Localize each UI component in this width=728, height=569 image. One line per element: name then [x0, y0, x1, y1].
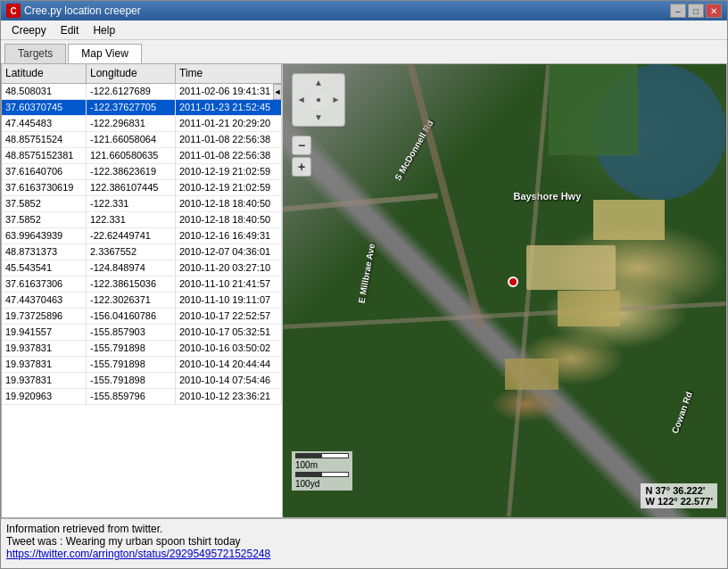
table-row[interactable]: 19.920963 -155.859796 2010-10-12 23:36:2…	[2, 389, 282, 405]
table-row[interactable]: 48.8731373 2.3367552 2010-12-07 04:36:01	[2, 244, 282, 260]
cell-lon: -155.791898	[87, 341, 176, 356]
menu-bar: Creepy Edit Help	[1, 21, 727, 40]
cell-lat: 19.937831	[2, 373, 87, 388]
cell-time: 2010-10-14 20:44:44	[176, 357, 282, 372]
table-scroll[interactable]: 48.508031 -122.6127689 2011-02-06 19:41:…	[2, 84, 282, 517]
map-nav-control: ▲ ◄ ● ► ▼	[292, 73, 345, 127]
scale-bar-yd-half2	[322, 473, 348, 476]
cell-time: 2010-12-16 16:49:31	[176, 228, 282, 243]
table-row[interactable]: 19.937831 -155.791898 2010-10-16 03:50:0…	[2, 341, 282, 357]
table-panel: Latitude Longitude Time ◄ 48.508031 -122…	[2, 64, 283, 517]
nav-right-button[interactable]: ►	[327, 91, 344, 108]
status-link[interactable]: https://twitter.com/arrington/status/292…	[6, 548, 270, 560]
cell-lon: -155.791898	[87, 357, 176, 372]
main-content: Latitude Longitude Time ◄ 48.508031 -122…	[1, 63, 727, 518]
scale-bar-half2	[322, 454, 348, 458]
status-bar: Information retrieved from twitter. Twee…	[1, 518, 727, 568]
col-longitude: Longitude	[87, 64, 176, 83]
minimize-button[interactable]: –	[670, 4, 686, 18]
cell-lat: 37.6163730619	[2, 180, 87, 195]
cell-lat: 19.937831	[2, 357, 87, 372]
cell-lon: -122.38623619	[87, 164, 176, 179]
cell-time: 2010-12-18 18:40:50	[176, 212, 282, 227]
cell-lon: -156.04160786	[87, 309, 176, 324]
cell-lon: -122.37627705	[87, 100, 176, 115]
building-3	[593, 200, 665, 240]
table-row[interactable]: 37.5852 122.331 2010-12-18 18:40:50	[2, 212, 282, 228]
cell-time: 2010-11-20 03:27:10	[176, 260, 282, 276]
cell-time: 2010-10-12 23:36:21	[176, 389, 282, 404]
table-row[interactable]: 47.44370463 -122.3026371 2010-11-10 19:1…	[2, 293, 282, 309]
table-row[interactable]: 48.85751524 -121.66058064 2011-01-08 22:…	[2, 132, 282, 148]
table-row[interactable]: 45.543541 -124.848974 2010-11-20 03:27:1…	[2, 260, 282, 276]
nav-down-button[interactable]: ▼	[310, 109, 327, 126]
map-satellite-view: S McDonnell Rd E Millbrae Ave Bayshore H…	[283, 64, 726, 517]
status-line1: Information retrieved from twitter.	[6, 523, 722, 535]
cell-lat: 37.61637306	[2, 276, 87, 292]
zoom-in-button[interactable]: +	[292, 157, 311, 177]
tab-targets[interactable]: Targets	[4, 44, 66, 63]
maximize-button[interactable]: □	[688, 4, 704, 18]
map-scale: 100m 100yd	[292, 451, 352, 491]
cell-time: 2010-12-18 18:40:50	[176, 196, 282, 211]
menu-creepy[interactable]: Creepy	[4, 22, 54, 38]
road-label-cowan: Cowan Rd	[670, 391, 694, 435]
cell-lon: -155.791898	[87, 373, 176, 388]
table-row[interactable]: 19.941557 -155.857903 2010-10-17 05:32:5…	[2, 325, 282, 341]
tab-map-view[interactable]: Map View	[68, 44, 141, 63]
cell-lat: 47.44370463	[2, 293, 87, 308]
table-row[interactable]: 37.60370745 -122.37627705 2011-01-23 21:…	[2, 100, 282, 116]
cell-lat: 19.920963	[2, 389, 87, 404]
cell-time: 2011-01-23 21:52:45	[176, 100, 282, 115]
nav-up-button[interactable]: ▲	[310, 74, 327, 91]
menu-edit[interactable]: Edit	[54, 22, 87, 38]
cell-time: 2010-10-16 03:50:02	[176, 341, 282, 356]
window-controls: – □ ✕	[670, 4, 722, 18]
table-row[interactable]: 19.937831 -155.791898 2010-10-14 07:54:4…	[2, 373, 282, 389]
cell-time: 2010-10-17 22:52:57	[176, 309, 282, 324]
cell-lat: 48.8575152381	[2, 148, 87, 163]
cell-time: 2011-01-08 22:56:38	[176, 132, 282, 147]
cell-time: 2011-02-06 19:41:31	[176, 84, 282, 99]
cell-lon: -122.331	[87, 196, 176, 211]
road-label-bayshore: Bayshore Hwy	[513, 191, 581, 202]
road-h1	[283, 194, 438, 212]
location-pin	[508, 276, 518, 287]
cell-lon: -122.6127689	[87, 84, 176, 99]
nav-left-button[interactable]: ◄	[293, 91, 310, 108]
table-row[interactable]: 47.445483 -122.296831 2011-01-21 20:29:2…	[2, 116, 282, 132]
table-row[interactable]: 48.508031 -122.6127689 2011-02-06 19:41:…	[2, 84, 282, 100]
scale-bar-half1	[296, 454, 322, 458]
cell-lon: -122.296831	[87, 116, 176, 131]
cell-time: 2010-12-19 21:02:59	[176, 164, 282, 179]
cell-lat: 37.5852	[2, 196, 87, 211]
table-row[interactable]: 37.61637306 -122.38615036 2010-11-10 21:…	[2, 276, 282, 293]
table-row[interactable]: 37.5852 -122.331 2010-12-18 18:40:50	[2, 196, 282, 212]
table-row[interactable]: 63.99643939 -22.62449741 2010-12-16 16:4…	[2, 228, 282, 244]
cell-lat: 45.543541	[2, 260, 87, 276]
cell-lat: 19.73725896	[2, 309, 87, 324]
map-zoom-control: − +	[292, 136, 311, 177]
map-panel: S McDonnell Rd E Millbrae Ave Bayshore H…	[283, 64, 726, 517]
tab-bar: Targets Map View	[1, 40, 727, 63]
nav-center-button[interactable]: ●	[310, 91, 327, 108]
col-latitude: Latitude	[2, 64, 87, 83]
cell-lon: -121.66058064	[87, 132, 176, 147]
column-resize-arrow[interactable]: ◄	[273, 84, 282, 100]
close-button[interactable]: ✕	[706, 4, 722, 18]
building-1	[526, 245, 616, 290]
table-row[interactable]: 37.61640706 -122.38623619 2010-12-19 21:…	[2, 164, 282, 180]
col-time: Time	[176, 64, 282, 83]
building-4	[505, 359, 558, 390]
cell-time: 2010-12-07 04:36:01	[176, 244, 282, 260]
menu-help[interactable]: Help	[86, 22, 122, 38]
zoom-out-button[interactable]: −	[292, 136, 311, 155]
scale-bar-yd-half1	[296, 473, 322, 476]
app-icon: C	[6, 4, 21, 18]
table-row[interactable]: 19.937831 -155.791898 2010-10-14 20:44:4…	[2, 357, 282, 373]
table-row[interactable]: 19.73725896 -156.04160786 2010-10-17 22:…	[2, 309, 282, 325]
cell-lat: 37.60370745	[2, 100, 87, 115]
table-row[interactable]: 48.8575152381 121.660580635 2011-01-08 2…	[2, 148, 282, 164]
cell-time: 2010-10-17 05:32:51	[176, 325, 282, 340]
table-row[interactable]: 37.6163730619 122.386107445 2010-12-19 2…	[2, 180, 282, 196]
